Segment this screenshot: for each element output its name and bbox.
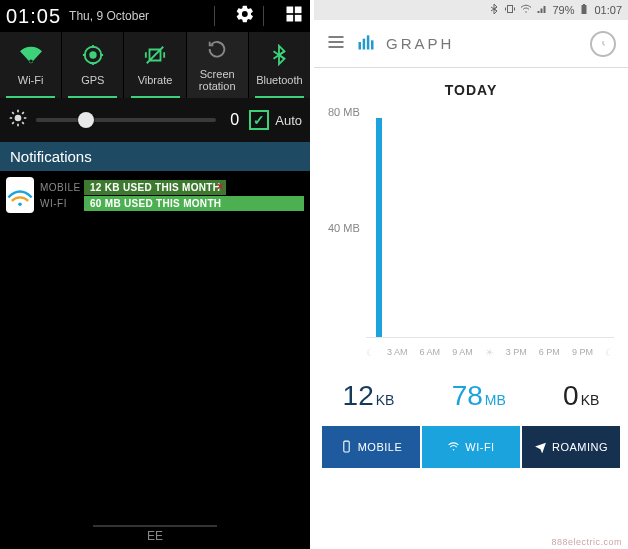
status-bar: 79% 01:07 [314, 0, 628, 20]
tab-label: WI-FI [465, 441, 494, 453]
bluetooth-icon [268, 44, 290, 70]
wifi-icon [20, 44, 42, 70]
toggle-bluetooth[interactable]: Bluetooth [249, 32, 310, 98]
brightness-icon [8, 108, 28, 132]
usage-bar-wifi: 60 MB USED THIS MONTH [84, 196, 304, 211]
stat-roaming: 0KB [563, 380, 599, 412]
notification-item[interactable]: MOBILE 12 KB USED THIS MONTH ✕ WI-FI 60 … [0, 171, 310, 221]
shade-drag-handle[interactable] [93, 525, 217, 527]
usage-bar-mobile: 12 KB USED THIS MONTH ✕ [84, 180, 226, 195]
bluetooth-icon [488, 3, 500, 17]
quick-toggles-row: Wi-Fi GPS Vibrate Screen rotation Blueto… [0, 32, 310, 98]
carrier-label: EE [0, 529, 310, 543]
x-tick: 9 PM [572, 347, 593, 358]
tab-label: ROAMING [552, 441, 608, 453]
x-tick: 6 PM [539, 347, 560, 358]
settings-gear-icon[interactable] [235, 4, 255, 28]
moon-icon: ☾ [366, 347, 375, 358]
svg-rect-0 [287, 7, 294, 14]
toggle-label: GPS [81, 74, 104, 86]
x-tick: 3 AM [387, 347, 408, 358]
vibrate-icon [504, 3, 516, 17]
rotate-icon [206, 38, 228, 64]
svg-rect-10 [582, 5, 587, 14]
brightness-value: 0 [230, 111, 239, 129]
category-tabs: MOBILE WI-FI ROAMING [322, 426, 620, 468]
toggle-wifi[interactable]: Wi-Fi [0, 32, 62, 98]
moon-icon: ☾ [605, 347, 614, 358]
page-title: GRAPH [386, 35, 454, 52]
tab-label: MOBILE [358, 441, 403, 453]
svg-point-6 [15, 115, 22, 122]
clock-time: 01:05 [6, 5, 61, 28]
signal-icon [536, 3, 548, 17]
toggle-gps[interactable]: GPS [62, 32, 124, 98]
usage-chart: 80 MB 40 MB ☾ 3 AM 6 AM 9 AM ☀ 3 PM 6 PM… [328, 104, 614, 364]
svg-rect-13 [363, 38, 366, 49]
auto-brightness-label: Auto [275, 113, 302, 128]
usage-stats-row: 12KB 78MB 0KB [314, 364, 628, 426]
app-icon [6, 177, 34, 213]
usage-row-label: WI-FI [40, 198, 84, 209]
tab-mobile[interactable]: MOBILE [322, 426, 420, 468]
status-bar: 01:05 Thu, 9 October [0, 0, 310, 32]
y-tick: 40 MB [328, 222, 360, 234]
svg-point-17 [453, 448, 455, 450]
toggle-label: Wi-Fi [18, 74, 44, 86]
svg-rect-1 [295, 7, 302, 14]
vibrate-icon [144, 44, 166, 70]
x-tick: 6 AM [420, 347, 441, 358]
hamburger-menu-icon[interactable] [326, 32, 346, 56]
svg-rect-11 [583, 4, 585, 5]
sun-icon: ☀ [485, 347, 494, 358]
toggle-screen-rotation[interactable]: Screen rotation [187, 32, 249, 98]
svg-rect-3 [295, 15, 302, 22]
wifi-icon [520, 3, 532, 17]
svg-rect-2 [287, 15, 294, 22]
quicksettings-grid-icon[interactable] [284, 4, 304, 28]
chart-title: TODAY [314, 68, 628, 104]
y-tick: 80 MB [328, 106, 360, 118]
phone-icon [340, 440, 353, 455]
toggle-vibrate[interactable]: Vibrate [124, 32, 186, 98]
history-clock-icon[interactable] [590, 31, 616, 57]
x-tick: 9 AM [452, 347, 473, 358]
airplane-icon [534, 440, 547, 455]
status-date: Thu, 9 October [69, 9, 149, 23]
slider-thumb[interactable] [78, 112, 94, 128]
toggle-label: Vibrate [138, 74, 173, 86]
tab-wifi[interactable]: WI-FI [422, 426, 520, 468]
toggle-label: Screen rotation [187, 68, 248, 92]
battery-icon [578, 3, 590, 17]
chart-plot-area [366, 112, 614, 338]
svg-rect-12 [359, 42, 362, 50]
svg-rect-16 [343, 441, 348, 452]
brightness-slider[interactable] [36, 118, 216, 122]
x-tick: 3 PM [506, 347, 527, 358]
android-notification-shade: 01:05 Thu, 9 October Wi-Fi GPS Vibrate [0, 0, 310, 549]
gps-icon [82, 44, 104, 70]
clock-time: 01:07 [594, 4, 622, 16]
wifi-icon [447, 440, 460, 455]
battery-percent: 79% [552, 4, 574, 16]
app-logo-icon [356, 32, 376, 56]
x-axis-labels: ☾ 3 AM 6 AM 9 AM ☀ 3 PM 6 PM 9 PM ☾ [366, 347, 614, 358]
svg-point-9 [526, 11, 528, 13]
svg-rect-15 [371, 40, 374, 49]
brightness-row: 0 ✓ Auto [0, 98, 310, 142]
divider [214, 6, 215, 26]
usage-row-label: MOBILE [40, 182, 84, 193]
notifications-header: Notifications [0, 142, 310, 171]
svg-point-7 [18, 203, 22, 207]
stat-wifi: 78MB [452, 380, 506, 412]
svg-rect-14 [367, 35, 370, 49]
svg-rect-8 [508, 6, 513, 13]
toggle-label: Bluetooth [256, 74, 302, 86]
divider [263, 6, 264, 26]
stat-mobile: 12KB [343, 380, 395, 412]
app-header: GRAPH [314, 20, 628, 68]
auto-brightness-checkbox[interactable]: ✓ [249, 110, 269, 130]
close-icon[interactable]: ✕ [216, 181, 224, 192]
chart-bar [376, 118, 382, 337]
tab-roaming[interactable]: ROAMING [522, 426, 620, 468]
